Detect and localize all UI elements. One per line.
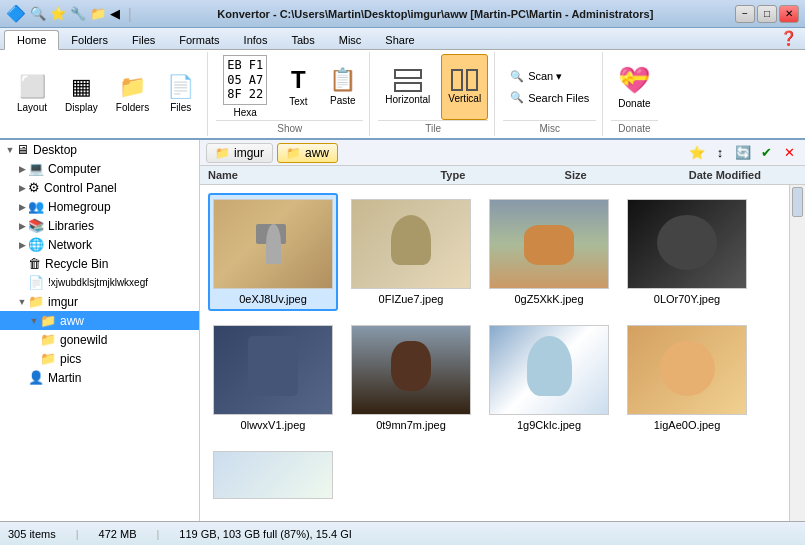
file-item-2[interactable]: 0gZ5XkK.jpeg: [484, 193, 614, 311]
sidebar-item-network[interactable]: ▶ 🌐 Network: [0, 235, 199, 254]
layout-label: Layout: [17, 102, 47, 114]
xjw-label: !xjwubdklsjtmjklwkxegf: [48, 277, 148, 288]
tab-misc[interactable]: Misc: [327, 31, 374, 49]
aww-folder-icon: 📁: [286, 146, 301, 160]
breadcrumb-sort-btn[interactable]: ↕: [710, 143, 730, 163]
file-name-0: 0eXJ8Uv.jpeg: [239, 293, 307, 305]
col-name-header[interactable]: Name: [200, 166, 432, 184]
sidebar-item-martin[interactable]: 👤 Martin: [0, 368, 199, 387]
computer-label: Computer: [48, 162, 101, 176]
tab-infos[interactable]: Infos: [232, 31, 280, 49]
folder-icon-title[interactable]: 📁: [90, 6, 106, 21]
files-button[interactable]: 📄 Files: [160, 61, 201, 127]
donate-label: Donate: [618, 98, 650, 110]
tab-folders[interactable]: Folders: [59, 31, 120, 49]
tab-tabs[interactable]: Tabs: [279, 31, 326, 49]
file-item-0[interactable]: 0eXJ8Uv.jpeg: [208, 193, 338, 311]
file-item-7[interactable]: 1igAe0O.jpeg: [622, 319, 752, 437]
sidebar-item-computer[interactable]: ▶ 💻 Computer: [0, 159, 199, 178]
sidebar-item-desktop[interactable]: ▼ 🖥 Desktop: [0, 140, 199, 159]
donate-button[interactable]: 💝 Donate: [611, 54, 657, 120]
scrollbar[interactable]: [789, 185, 805, 521]
paste-label: Paste: [330, 95, 356, 107]
sidebar-item-homegroup[interactable]: ▶ 👥 Homegroup: [0, 197, 199, 216]
expand-imgur: ▼: [16, 297, 28, 307]
sidebar-item-libraries[interactable]: ▶ 📚 Libraries: [0, 216, 199, 235]
file-thumb-5: [351, 325, 471, 415]
horizontal-button[interactable]: Horizontal: [378, 54, 437, 120]
show-label: Show: [216, 120, 363, 134]
file-name-2: 0gZ5XkK.jpeg: [514, 293, 583, 305]
search-icon-title[interactable]: 🔍: [30, 6, 46, 21]
sidebar-item-control-panel[interactable]: ▶ ⚙ Control Panel: [0, 178, 199, 197]
display-button[interactable]: ▦ Display: [58, 61, 105, 127]
sidebar-item-imgur[interactable]: ▼ 📁 imgur: [0, 292, 199, 311]
file-name-7: 1igAe0O.jpeg: [654, 419, 721, 431]
search-files-label: Search Files: [528, 92, 589, 104]
breadcrumb-ok-btn[interactable]: ✔: [756, 143, 776, 163]
tab-files[interactable]: Files: [120, 31, 167, 49]
breadcrumb-refresh-btn[interactable]: 🔄: [733, 143, 753, 163]
vertical-button[interactable]: Vertical: [441, 54, 488, 120]
sidebar-item-gonewild[interactable]: 📁 gonewild: [0, 330, 199, 349]
xjw-icon: 📄: [28, 275, 44, 290]
breadcrumb-star-btn[interactable]: ⭐: [687, 143, 707, 163]
folders-button[interactable]: 📁 Folders: [109, 61, 156, 127]
sidebar-item-recycle-bin[interactable]: 🗑 Recycle Bin: [0, 254, 199, 273]
tab-share[interactable]: Share: [373, 31, 426, 49]
ribbon-help-icon[interactable]: ❓: [780, 30, 797, 46]
tab-formats[interactable]: Formats: [167, 31, 231, 49]
expand-desktop: ▼: [4, 145, 16, 155]
file-item-1[interactable]: 0FIZue7.jpeg: [346, 193, 476, 311]
vertical-label: Vertical: [448, 93, 481, 105]
scan-icon: 🔍: [510, 70, 524, 83]
paste-button[interactable]: 📋 Paste: [322, 54, 363, 120]
breadcrumb-imgur[interactable]: 📁 imgur: [206, 143, 273, 163]
donate-icon: 💝: [618, 65, 650, 96]
file-item-6[interactable]: 1g9CkIc.jpeg: [484, 319, 614, 437]
window-controls: − □ ✕: [735, 5, 799, 23]
tab-home[interactable]: Home: [4, 30, 59, 50]
ribbon-btns-donate: 💝 Donate: [611, 54, 657, 120]
col-date-header[interactable]: Date Modified: [681, 166, 805, 184]
gonewild-label: gonewild: [60, 333, 107, 347]
pics-icon: 📁: [40, 351, 56, 366]
minimize-button[interactable]: −: [735, 5, 755, 23]
homegroup-icon: 👥: [28, 199, 44, 214]
aww-icon: 📁: [40, 313, 56, 328]
file-thumb-2: [489, 199, 609, 289]
sidebar-item-aww[interactable]: ▼ 📁 aww: [0, 311, 199, 330]
expand-control-panel: ▶: [16, 183, 28, 193]
file-item-4[interactable]: 0lwvxV1.jpeg: [208, 319, 338, 437]
sidebar-item-xjw[interactable]: 📄 !xjwubdklsjtmjklwkxegf: [0, 273, 199, 292]
col-type-header[interactable]: Type: [432, 166, 556, 184]
breadcrumb-cancel-btn[interactable]: ✕: [779, 143, 799, 163]
layout-button[interactable]: ⬜ Layout: [10, 61, 54, 127]
search-files-icon: 🔍: [510, 91, 524, 104]
file-item-5[interactable]: 0t9mn7m.jpeg: [346, 319, 476, 437]
close-button[interactable]: ✕: [779, 5, 799, 23]
display-label: Display: [65, 102, 98, 114]
martin-label: Martin: [48, 371, 81, 385]
search-files-button[interactable]: 🔍 Search Files: [503, 88, 596, 107]
gear-icon-title[interactable]: 🔧: [70, 6, 86, 21]
maximize-button[interactable]: □: [757, 5, 777, 23]
layout-icon: ⬜: [19, 74, 46, 100]
text-button[interactable]: T Text: [278, 54, 318, 120]
ribbon-tabs: Home Folders Files Formats Infos Tabs Mi…: [0, 28, 805, 50]
file-item-3[interactable]: 0LOr70Y.jpeg: [622, 193, 752, 311]
breadcrumb-toolbar: ⭐ ↕ 🔄 ✔ ✕: [687, 143, 799, 163]
pics-label: pics: [60, 352, 81, 366]
breadcrumb-aww[interactable]: 📁 aww: [277, 143, 338, 163]
hexa-button[interactable]: EB F105 A78F 22 Hexa: [216, 54, 274, 120]
title-icon-group: 🔷 🔍 ⭐ 🔧 📁 ◀ |: [6, 4, 136, 23]
sidebar-item-pics[interactable]: 📁 pics: [0, 349, 199, 368]
back-icon-title[interactable]: ◀: [110, 6, 120, 21]
file-name-3: 0LOr70Y.jpeg: [654, 293, 720, 305]
col-size-header[interactable]: Size: [557, 166, 681, 184]
imgur-folder-icon: 📁: [215, 146, 230, 160]
file-item-8[interactable]: [208, 445, 338, 505]
star-icon-title[interactable]: ⭐: [50, 6, 66, 21]
status-sep-2: |: [156, 528, 159, 540]
scan-button[interactable]: 🔍 Scan ▾: [503, 67, 596, 86]
